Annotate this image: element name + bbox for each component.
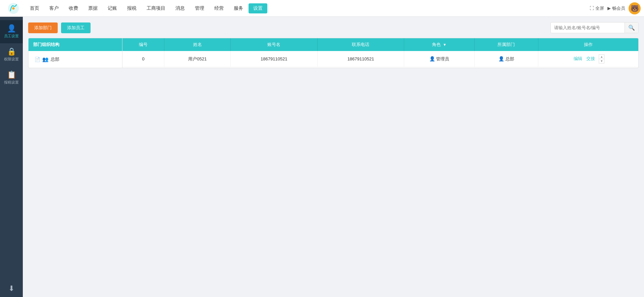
toolbar: 添加部门 添加员工 🔍: [28, 22, 639, 33]
content-panels: 部门组织结构 📄 👥 总部 编号 姓名 账号名: [28, 38, 639, 68]
dept-icon: 👤: [498, 56, 504, 61]
navbar: 首页 客户 收费 票据 记账 报税 工商项目 消息 管理 经营 服务 设置 ⛶ …: [0, 0, 644, 17]
lock-icon: 🔒: [7, 48, 16, 55]
role-icon: 👤: [429, 56, 435, 61]
dept-user-icon: 👥: [42, 56, 49, 62]
add-emp-button[interactable]: 添加员工: [61, 22, 91, 33]
search-button[interactable]: 🔍: [625, 22, 638, 33]
col-phone: 联系电话: [317, 38, 404, 51]
dept-panel-header: 部门组织结构: [29, 38, 122, 51]
dept-name: 总部: [51, 56, 59, 62]
emp-panel: 编号 姓名 账号名 联系电话 角色 ▼ 所属部门 操作: [122, 38, 638, 68]
dept-tree-item-root[interactable]: 📄 👥 总部: [33, 54, 117, 64]
main-content: 添加部门 添加员工 🔍 部门组织结构 📄 👥 总部: [23, 17, 644, 297]
sidebar-label-permission: 权限设置: [4, 57, 19, 62]
sidebar-download[interactable]: ⬇: [0, 280, 23, 297]
col-role: 角色 ▼: [404, 38, 474, 51]
col-dept: 所属部门: [474, 38, 538, 51]
col-id: 编号: [122, 38, 164, 51]
table-row: 0 用户0521 18679110521 18679110521 👤 管理员 👤…: [122, 51, 638, 67]
scroll-up-btn[interactable]: ▲: [599, 55, 604, 59]
role-filter-icon[interactable]: ▼: [443, 43, 446, 47]
vip-icon: ▶: [607, 6, 611, 11]
download-icon: ⬇: [8, 285, 14, 292]
col-account: 账号名: [231, 38, 318, 51]
vip-btn[interactable]: ▶ 畅会员: [607, 5, 625, 11]
nav-message[interactable]: 消息: [171, 3, 190, 13]
dept-panel: 部门组织结构 📄 👥 总部: [29, 38, 122, 68]
navbar-right: ⛶ 全屏 ▶ 畅会员 🐻: [590, 2, 641, 14]
sidebar-item-tax-settings[interactable]: 📋 报税设置: [0, 66, 23, 90]
edit-link[interactable]: 编辑: [574, 56, 582, 61]
cell-dept: 👤 总部: [474, 51, 538, 67]
nav-commerce[interactable]: 工商项目: [142, 3, 170, 13]
col-action: 操作: [538, 38, 638, 51]
vip-label: 畅会员: [612, 5, 625, 11]
col-name: 姓名: [164, 38, 231, 51]
tax-settings-icon: 📋: [7, 71, 16, 79]
layout: 👤 员工设置 🔒 权限设置 📋 报税设置 ⬇ 添加部门 添加员工 🔍: [0, 17, 644, 297]
cell-role: 👤 管理员: [404, 51, 474, 67]
nav-home[interactable]: 首页: [25, 3, 44, 13]
nav-account[interactable]: 记账: [103, 3, 122, 13]
handover-link[interactable]: 交接: [586, 56, 595, 61]
svg-point-1: [12, 7, 14, 9]
fullscreen-btn[interactable]: ⛶ 全屏: [590, 5, 604, 11]
sidebar-item-employee[interactable]: 👤 员工设置: [0, 20, 23, 43]
fullscreen-icon: ⛶: [590, 6, 594, 11]
search-input[interactable]: [551, 23, 625, 32]
fullscreen-label: 全屏: [595, 5, 604, 11]
nav-service[interactable]: 服务: [229, 3, 248, 13]
sidebar-item-permission[interactable]: 🔒 权限设置: [0, 43, 23, 66]
nav-settings[interactable]: 设置: [249, 3, 267, 13]
emp-table: 编号 姓名 账号名 联系电话 角色 ▼ 所属部门 操作: [122, 38, 638, 67]
sidebar-bottom: ⬇: [0, 280, 23, 297]
logo: [3, 2, 23, 14]
sidebar-label-employee: 员工设置: [4, 34, 19, 39]
nav-fee[interactable]: 收费: [64, 3, 83, 13]
nav-customer[interactable]: 客户: [45, 3, 63, 13]
nav-bill[interactable]: 票据: [84, 3, 102, 13]
add-dept-button[interactable]: 添加部门: [28, 22, 58, 33]
cell-account: 18679110521: [231, 51, 318, 67]
nav-menu: 首页 客户 收费 票据 记账 报税 工商项目 消息 管理 经营 服务 设置: [25, 3, 590, 13]
nav-operation[interactable]: 经营: [210, 3, 228, 13]
cell-action: 编辑 交接 ▲ ▼: [538, 51, 638, 67]
cell-phone: 18679110521: [317, 51, 404, 67]
employee-icon: 👤: [7, 25, 16, 32]
file-icon: 📄: [35, 57, 40, 62]
cell-name: 用户0521: [164, 51, 231, 67]
nav-manage[interactable]: 管理: [190, 3, 209, 13]
search-box: 🔍: [550, 22, 639, 33]
avatar[interactable]: 🐻: [629, 2, 641, 14]
dept-tree: 📄 👥 总部: [29, 51, 122, 68]
scroll-down-btn[interactable]: ▼: [599, 59, 604, 63]
cell-id: 0: [122, 51, 164, 67]
sidebar: 👤 员工设置 🔒 权限设置 📋 报税设置 ⬇: [0, 17, 23, 297]
sidebar-label-tax-settings: 报税设置: [4, 80, 19, 85]
nav-tax[interactable]: 报税: [122, 3, 141, 13]
